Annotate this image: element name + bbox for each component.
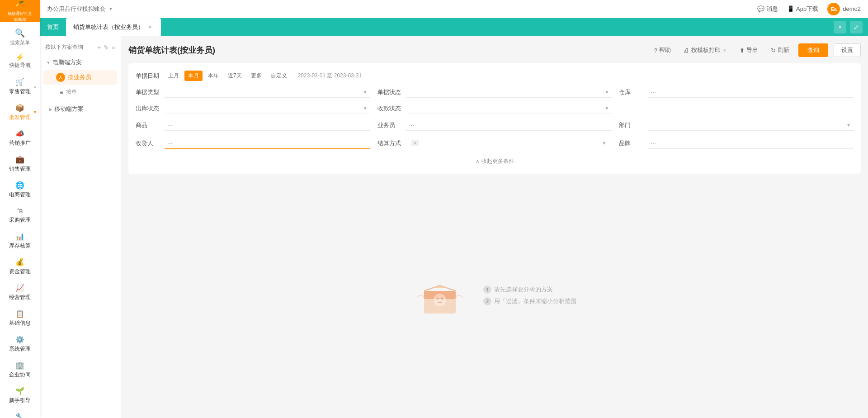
print-button[interactable]: 🖨 按模板打印 ▼ [680,44,731,56]
sidebar-item-system[interactable]: ⚙️ 系统管理 [0,331,40,356]
payment-status-select[interactable] [406,103,612,114]
salesman-label: 业务员 [377,121,403,129]
sidebar-item-wholesale[interactable]: 📦 批发管理 ▼ [0,99,40,125]
doc-type-label: 单据类型 [136,88,161,96]
payment-status-select-wrap[interactable]: ▼ [406,103,612,114]
settings-button[interactable]: 设置 [834,43,861,57]
date-tab-more[interactable]: 更多 [247,71,265,81]
dept-select-wrap[interactable]: ▼ [648,120,854,131]
desktop-scheme-parent[interactable]: ▼ 电脑端方案 [43,56,117,69]
search-label[interactable]: 搜索菜单 [10,39,30,46]
date-tab-last-month[interactable]: 上月 [165,71,183,81]
settlement-field: 结算方式 × ▼ [377,136,612,150]
scheme-by-salesman[interactable]: 人 按业务员 [43,70,117,85]
query-button[interactable]: 查询 [798,43,828,57]
date-tab-this-month[interactable]: 本月 [184,71,203,81]
search-icon[interactable]: 🔍 [15,28,25,38]
operation-icon: 📈 [15,284,24,292]
tab-home[interactable]: 首页 [40,18,66,36]
sidebar-item-retail[interactable]: 🛒 零售管理 ▲ [0,73,40,99]
goods-field: 商品 ··· [136,119,370,131]
collapse-icon: ∧ [476,158,480,165]
marketing-label: 营销推广 [9,139,31,147]
help-button[interactable]: ? 帮助 [651,44,675,56]
warehouse-dots[interactable]: ··· [651,88,656,95]
refresh-button[interactable]: ↻ 刷新 [767,44,793,56]
goods-label: 商品 [136,121,161,129]
sidebar: 🍊 畅捷通好生意 标账版 🔍 搜索菜单 ⚡ 快捷导航 🛒 零售管理 ▲ 📦 批发… [0,0,40,418]
goods-dots[interactable]: ··· [167,121,173,128]
settlement-input-wrap[interactable]: × ▼ [406,136,612,150]
collapse-button[interactable]: ∧ 收起更多条件 [468,156,521,167]
panel-collapse-icon[interactable]: « [112,44,115,51]
app-logo: 🍊 畅捷通好生意 标账版 [0,0,40,22]
doc-status-select-wrap[interactable]: ▼ [406,87,612,98]
ecom-icon: 🌐 [15,181,24,190]
message-label: 消息 [766,5,778,13]
quick-nav-icon: ⚡ [15,53,24,62]
sidebar-item-purchase[interactable]: 🛍 采购管理 [0,202,40,228]
tab-sales-stat-close[interactable]: × [146,24,154,31]
date-filter-label: 单据日期 [136,72,161,80]
basic-icon: 📋 [15,309,24,318]
sidebar-item-operation[interactable]: 📈 经营管理 [0,279,40,305]
tab-expand-button[interactable]: ⤢ [850,21,863,33]
tab-sales-stat-label: 销货单统计表（按业务员） [73,23,144,31]
date-tab-this-year[interactable]: 本年 [204,71,222,81]
doc-type-select[interactable] [165,87,370,97]
consignee-input-wrap[interactable]: ··· [165,138,370,149]
message-button[interactable]: 💬 消息 [757,5,778,13]
date-tab-custom[interactable]: 自定义 [267,71,291,81]
salesman-dots[interactable]: ··· [409,121,415,128]
settlement-tag-close[interactable]: × [414,141,416,146]
scheme-by-order[interactable]: ≡ 按单 [43,86,117,99]
sidebar-item-ecom[interactable]: 🌐 电商管理 [0,176,40,202]
tab-sales-stat[interactable]: 销货单统计表（按业务员） × [66,18,161,36]
tab-home-label: 首页 [47,23,59,31]
goods-input-wrap[interactable]: ··· [165,119,370,131]
warehouse-input-wrap[interactable]: ··· [648,86,854,98]
brand-dots[interactable]: ··· [651,139,656,147]
stock-status-select[interactable] [165,103,370,114]
operation-label: 经营管理 [9,294,31,301]
settlement-select[interactable] [422,138,609,148]
doc-status-select[interactable] [406,87,612,97]
sidebar-item-newbie[interactable]: 🌱 新手引导 [0,382,40,408]
left-panel-header: 按以下方案查询 + ✎ « [40,41,121,54]
date-tab-last-7-days[interactable]: 近7天 [224,71,245,81]
enterprise-label: 企业协同 [9,371,31,379]
sidebar-item-enterprise[interactable]: 🏢 企业协同 [0,356,40,382]
settlement-select-wrap[interactable]: ▼ [422,138,609,148]
stock-status-select-wrap[interactable]: ▼ [165,103,370,114]
consignee-label: 收货人 [136,139,161,147]
consignee-dots[interactable]: ··· [167,139,173,147]
page-title: 销货单统计表(按业务员) [128,45,215,56]
sidebar-item-basic[interactable]: 📋 基础信息 [0,305,40,331]
warehouse-label: 仓库 [619,88,644,96]
app-download-button[interactable]: 📱 App下载 [787,5,818,13]
dept-select[interactable] [648,120,854,130]
user-menu-button[interactable]: Ea demo2 [827,3,861,15]
tab-close-all-button[interactable]: × [834,21,846,33]
mobile-scheme-group[interactable]: ▶ 移动端方案 [40,102,121,116]
export-button[interactable]: ⬆ 导出 [736,44,762,56]
doc-title-dropdown-icon[interactable]: ▼ [108,6,113,11]
salesman-icon-text: 人 [58,74,63,81]
sidebar-item-marketing[interactable]: 📣 营销推广 [0,125,40,151]
sidebar-item-sales[interactable]: 💼 销售管理 [0,151,40,176]
filter-row-4: 收货人 ··· 结算方式 × [136,136,854,150]
sidebar-item-finance[interactable]: 💰 资金管理 [0,253,40,279]
sidebar-item-appstore[interactable]: 🔧 应用中心 [0,408,40,418]
export-label: 导出 [746,46,758,54]
sidebar-item-stock[interactable]: 📊 库存核算 [0,228,40,253]
brand-input-wrap[interactable]: ··· [648,138,854,149]
page-actions: ? 帮助 🖨 按模板打印 ▼ ⬆ 导出 ↻ 刷新 [651,43,861,57]
panel-edit-icon[interactable]: ✎ [104,44,109,51]
doc-type-field: 单据类型 ▼ [136,87,370,98]
filter-row-2: 出库状态 ▼ 收款状态 [136,103,854,114]
salesman-input-wrap[interactable]: ··· [406,119,612,131]
export-icon: ⬆ [740,47,745,54]
panel-add-icon[interactable]: + [97,44,101,51]
doc-type-select-wrap[interactable]: ▼ [165,87,370,98]
quick-nav-button[interactable]: ⚡ 快捷导航 [0,49,40,73]
